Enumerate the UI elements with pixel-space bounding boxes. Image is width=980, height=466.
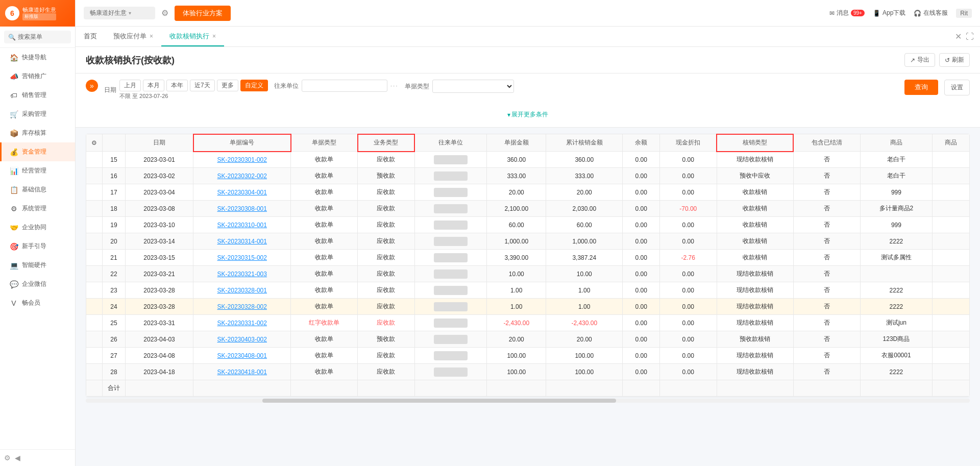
filter-partner-input[interactable] bbox=[302, 80, 387, 92]
th-include-settled[interactable]: 包含已结清 bbox=[793, 134, 860, 152]
sidebar-item-quicknav[interactable]: 🏠 快捷导航 bbox=[0, 48, 75, 67]
doc-no-link[interactable]: SK-20230331-002 bbox=[193, 315, 291, 331]
gear-icon[interactable]: ⚙ bbox=[161, 8, 168, 18]
sidebar-item-finance[interactable]: 💰 资金管理 bbox=[0, 142, 75, 161]
table-row[interactable]: 232023-03-28SK-20230328-001收款单应收款 1.001.… bbox=[86, 282, 970, 299]
filter-doctype-select[interactable] bbox=[432, 80, 514, 93]
sidebar-item-operations[interactable]: 📊 经营管理 bbox=[0, 161, 75, 180]
sidebar-item-enterprise[interactable]: 🤝 企业协同 bbox=[0, 218, 75, 237]
doc-no-link[interactable]: SK-20230308-001 bbox=[193, 201, 291, 217]
collapse-icon[interactable]: ◀ bbox=[15, 454, 20, 462]
user-name[interactable]: Rit bbox=[956, 9, 972, 18]
breadcrumb[interactable]: 畅康道好生意 ▾ bbox=[84, 7, 155, 19]
filter-date-thismonth[interactable]: 本月 bbox=[143, 80, 164, 91]
tab-receipt[interactable]: 收款核销执行 × bbox=[161, 27, 224, 46]
filter-date-custom[interactable]: 自定义 bbox=[240, 80, 268, 91]
maximize-btn[interactable]: ⛶ bbox=[966, 32, 974, 41]
table-container: ⚙ 日期 单据编号 单据类型 业务类型 往来单位 单据金额 累计核销金额 余额 … bbox=[86, 134, 970, 403]
sidebar-item-sales[interactable]: 🏷 销售管理 bbox=[0, 86, 75, 105]
tab-prepay[interactable]: 预收应付单 × bbox=[105, 27, 161, 46]
table-cell: 否 bbox=[793, 331, 860, 348]
tab-receipt-close[interactable]: × bbox=[212, 33, 216, 40]
table-row[interactable]: 192023-03-10SK-20230310-001收款单应收款 60.006… bbox=[86, 217, 970, 233]
filter-expand-btn[interactable]: » bbox=[86, 80, 98, 92]
doc-no-link[interactable]: SK-20230328-002 bbox=[193, 299, 291, 315]
doc-no-link[interactable]: SK-20230302-002 bbox=[193, 168, 291, 184]
doc-no-link[interactable]: SK-20230310-001 bbox=[193, 217, 291, 233]
headset-icon: 🎧 bbox=[914, 10, 921, 17]
th-doc-no[interactable]: 单据编号 bbox=[193, 134, 291, 152]
doc-no-link[interactable]: SK-20230304-001 bbox=[193, 184, 291, 201]
sidebar-item-inventory[interactable]: 📦 库存核算 bbox=[0, 124, 75, 142]
doc-no-link[interactable]: SK-20230314-001 bbox=[193, 233, 291, 250]
solution-btn[interactable]: 体验行业方案 bbox=[175, 6, 231, 21]
doc-no-link[interactable]: SK-20230418-001 bbox=[193, 364, 291, 380]
purchase-icon: 🛒 bbox=[10, 110, 18, 118]
th-settings[interactable]: ⚙ bbox=[86, 134, 103, 152]
sidebar-item-system[interactable]: ⚙ 系统管理 bbox=[0, 199, 75, 218]
table-row[interactable]: 242023-03-28SK-20230328-002收款单应收款 1.001.… bbox=[86, 299, 970, 315]
export-btn[interactable]: ↗ 导出 bbox=[904, 53, 935, 67]
filter-date-lastmonth[interactable]: 上月 bbox=[119, 80, 141, 91]
table-row[interactable]: 182023-03-08SK-20230308-001收款单应收款 2,100.… bbox=[86, 201, 970, 217]
sidebar-item-member[interactable]: V 畅会员 bbox=[0, 293, 75, 312]
th-write-off-type[interactable]: 核销类型 bbox=[717, 134, 793, 152]
doc-no-link[interactable]: SK-20230408-001 bbox=[193, 348, 291, 364]
th-balance[interactable]: 余额 bbox=[623, 134, 660, 152]
table-cell bbox=[414, 315, 487, 331]
filter-date-thisyear[interactable]: 本年 bbox=[166, 80, 188, 91]
table-cell: 收款单 bbox=[291, 233, 358, 250]
th-partner[interactable]: 往来单位 bbox=[414, 134, 487, 152]
table-row[interactable]: 262023-04-03SK-20230403-002收款单预收款 20.002… bbox=[86, 331, 970, 348]
table-cell: 17 bbox=[103, 184, 126, 201]
table-row[interactable]: 212023-03-15SK-20230315-002收款单应收款 3,390.… bbox=[86, 250, 970, 266]
table-cell: 2023-03-21 bbox=[126, 266, 193, 282]
table-row[interactable]: 202023-03-14SK-20230314-001收款单应收款 1,000.… bbox=[86, 233, 970, 250]
th-write-off[interactable]: 累计核销金额 bbox=[546, 134, 623, 152]
sidebar-search[interactable]: 🔍 搜索菜单 bbox=[0, 27, 75, 48]
tab-prepay-close[interactable]: × bbox=[150, 33, 153, 40]
th-goods2[interactable]: 商品 bbox=[933, 134, 970, 152]
doc-no-link[interactable]: SK-20230301-002 bbox=[193, 152, 291, 168]
table-row[interactable]: 272023-04-08SK-20230408-001收款单应收款 100.00… bbox=[86, 348, 970, 364]
doc-no-link[interactable]: SK-20230403-002 bbox=[193, 331, 291, 348]
query-btn[interactable]: 查询 bbox=[904, 80, 938, 95]
doc-no-link[interactable]: SK-20230321-003 bbox=[193, 266, 291, 282]
table-cell: 应收款 bbox=[358, 266, 414, 282]
close-window-btn[interactable]: ✕ bbox=[955, 32, 962, 41]
th-biz-type[interactable]: 业务类型 bbox=[358, 134, 414, 152]
table-row[interactable]: 282023-04-18SK-20230418-001收款单应收款 100.00… bbox=[86, 364, 970, 380]
th-amount[interactable]: 单据金额 bbox=[487, 134, 546, 152]
table-row[interactable]: 152023-03-01SK-20230301-002收款单应收款 360.00… bbox=[86, 152, 970, 168]
sidebar-item-wechat[interactable]: 💬 企业微信 bbox=[0, 275, 75, 293]
table-row[interactable]: 252023-03-31SK-20230331-002红字收款单应收款 -2,4… bbox=[86, 315, 970, 331]
doc-no-link[interactable]: SK-20230315-002 bbox=[193, 250, 291, 266]
scrollbar-thumb bbox=[262, 399, 616, 403]
th-goods[interactable]: 商品 bbox=[860, 134, 933, 152]
tab-home[interactable]: 首页 bbox=[76, 27, 105, 46]
expand-more-link[interactable]: ▾ 展开更多条件 bbox=[507, 110, 548, 119]
table-row[interactable]: 222023-03-21SK-20230321-003收款单应收款 10.001… bbox=[86, 266, 970, 282]
online-service-action[interactable]: 🎧 在线客服 bbox=[914, 9, 948, 17]
filter-settings-btn[interactable]: 设置 bbox=[944, 80, 970, 95]
table-cell: 2023-03-28 bbox=[126, 299, 193, 315]
th-date[interactable]: 日期 bbox=[126, 134, 193, 152]
filter-date-7days[interactable]: 近7天 bbox=[190, 80, 215, 91]
th-discount[interactable]: 现金折扣 bbox=[660, 134, 717, 152]
refresh-btn[interactable]: ↺ 刷新 bbox=[939, 53, 970, 67]
sidebar-item-hardware[interactable]: 💻 智能硬件 bbox=[0, 256, 75, 275]
sidebar-item-purchase[interactable]: 🛒 采购管理 bbox=[0, 105, 75, 124]
table-header-row: ⚙ 日期 单据编号 单据类型 业务类型 往来单位 单据金额 累计核销金额 余额 … bbox=[86, 134, 970, 152]
sidebar-item-guide[interactable]: 🎯 新手引导 bbox=[0, 237, 75, 256]
table-row[interactable]: 172023-03-04SK-20230304-001收款单应收款 20.002… bbox=[86, 184, 970, 201]
sidebar-item-basic[interactable]: 📋 基础信息 bbox=[0, 180, 75, 199]
filter-date-more[interactable]: 更多 bbox=[217, 80, 238, 91]
messages-action[interactable]: ✉ 消息 99+ bbox=[829, 9, 865, 17]
th-doc-type[interactable]: 单据类型 bbox=[291, 134, 358, 152]
sidebar-item-marketing[interactable]: 📣 营销推广 bbox=[0, 67, 75, 86]
table-scrollbar[interactable] bbox=[86, 399, 970, 403]
doc-no-link[interactable]: SK-20230328-001 bbox=[193, 282, 291, 299]
app-download-action[interactable]: 📱 App下载 bbox=[873, 9, 905, 17]
table-row[interactable]: 162023-03-02SK-20230302-002收款单预收款 333.00… bbox=[86, 168, 970, 184]
settings-bottom-icon[interactable]: ⚙ bbox=[4, 454, 11, 462]
